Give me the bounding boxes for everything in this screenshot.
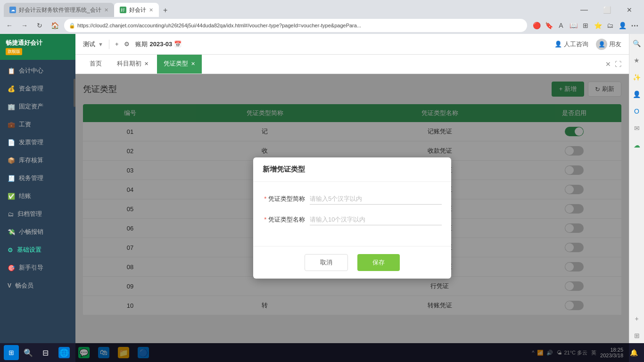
- task-view-button[interactable]: ⊟: [38, 345, 53, 360]
- tab-voucher-type[interactable]: 凭证类型 ✕: [157, 55, 202, 74]
- right-panel: 🔍 ★ ✨ 👤 O ✉ ☁ + ⊞ ⚙: [629, 34, 644, 362]
- sidebar-item-member[interactable]: V 畅会员: [0, 277, 72, 295]
- required-star-name: *: [264, 216, 268, 223]
- right-panel-email[interactable]: ✉: [631, 123, 643, 134]
- tab-subject[interactable]: 科目期初 ✕: [110, 55, 155, 74]
- sidebar-item-salary[interactable]: 💼 工资: [0, 115, 72, 133]
- restore-button[interactable]: ⬜: [596, 3, 618, 17]
- split-view-icon[interactable]: ⊞: [580, 20, 591, 31]
- right-panel-star[interactable]: ★: [631, 55, 643, 66]
- tab-minimize-button[interactable]: ✕: [605, 60, 611, 68]
- sidebar-item-archive[interactable]: 🗂 归档管理: [0, 205, 72, 223]
- dialog-overlay: 新增凭证类型 * 凭证类型简称: [75, 74, 629, 362]
- required-star-short: *: [264, 195, 268, 202]
- extensions-icon[interactable]: 🔴: [531, 20, 542, 31]
- sidebar-item-guide[interactable]: 🎯 新手引导: [0, 259, 72, 277]
- sidebar-item-finance[interactable]: 💰 资金管理: [0, 80, 72, 98]
- tab-cloud[interactable]: ☁ 好会计云财务软件管理系统_会计 ✕: [4, 3, 114, 17]
- short-label-text: 凭证类型简称: [268, 195, 305, 202]
- topbar-right: 👤 人工咨询 👤 用友: [554, 39, 621, 50]
- salary-icon: 💼: [8, 121, 15, 128]
- notification-button[interactable]: 🔔: [627, 346, 640, 359]
- browser-chrome: ☁ 好会计云财务软件管理系统_会计 ✕ 好 好会计 ✕ + — ⬜ ✕ ← → …: [0, 0, 644, 34]
- add-workspace-button[interactable]: +: [115, 41, 119, 48]
- sidebar-item-label-invoice: 发票管理: [19, 138, 43, 147]
- tab-expand-button[interactable]: ⛶: [615, 60, 621, 68]
- sidebar-item-label-inventory: 库存核算: [19, 156, 43, 165]
- dialog-body: * 凭证类型简称 * 凭证类型名称: [253, 182, 451, 246]
- new-tab-button[interactable]: +: [159, 4, 172, 17]
- favorites-icon[interactable]: ⭐: [592, 20, 603, 31]
- sidebar-item-expense[interactable]: 💸 小畅报销: [0, 223, 72, 241]
- sidebar-item-invoice[interactable]: 📄 发票管理: [0, 133, 72, 151]
- sidebar-item-label-expense: 小畅报销: [19, 228, 43, 236]
- short-input[interactable]: [310, 193, 442, 205]
- tab-voucher-close[interactable]: ✕: [191, 61, 195, 67]
- gear-icon: ⚙: [124, 41, 130, 48]
- tax-icon: 🧾: [8, 175, 15, 182]
- right-panel-user[interactable]: 👤: [631, 89, 643, 100]
- tab-icon-cloud: ☁: [9, 7, 16, 13]
- main-wrapper: 测试 ▼ + ⚙ 账期 2023-03 📅 👤 人工咨询: [75, 34, 629, 362]
- forward-button[interactable]: →: [19, 20, 30, 31]
- form-row-name: * 凭证类型名称: [263, 214, 442, 225]
- tab-close-cloud[interactable]: ✕: [104, 7, 108, 13]
- right-panel-cloud[interactable]: ☁: [631, 140, 643, 151]
- consultant-icon: 👤: [554, 41, 562, 48]
- dialog-header: 新增凭证类型: [253, 157, 451, 182]
- save-page-icon[interactable]: 🔖: [543, 20, 554, 31]
- sidebar-item-label-tax: 税务管理: [19, 174, 43, 182]
- start-button[interactable]: ⊞: [4, 345, 19, 360]
- refresh-button[interactable]: ↻: [34, 20, 45, 31]
- sidebar-scrollbar[interactable]: [72, 60, 75, 344]
- minimize-button[interactable]: —: [573, 3, 595, 17]
- close-button[interactable]: ✕: [619, 3, 640, 17]
- url-box[interactable]: 🔒 https://cloud2.chanjet.com/accounting/…: [64, 19, 527, 32]
- sidebar: 畅捷通好会计 旗舰版 📋 会计中心 💰 资金管理 🏢 固定资产: [0, 34, 75, 362]
- immersive-reader-icon[interactable]: 📖: [568, 20, 579, 31]
- settings-button[interactable]: ⚙: [124, 41, 130, 48]
- right-panel-outlook[interactable]: O: [631, 106, 643, 117]
- right-panel-search[interactable]: 🔍: [631, 38, 643, 49]
- tab-home[interactable]: 首页: [83, 55, 108, 74]
- tab-main[interactable]: 好 好会计 ✕: [114, 3, 159, 17]
- right-panel-grid[interactable]: ⊞: [631, 330, 643, 341]
- name-label-text: 凭证类型名称: [268, 216, 305, 223]
- right-panel-add[interactable]: +: [631, 313, 643, 324]
- sidebar-item-tax[interactable]: 🧾 税务管理: [0, 169, 72, 187]
- tab-voucher-label: 凭证类型: [164, 59, 188, 68]
- user-button[interactable]: 👤 用友: [596, 39, 621, 50]
- sidebar-item-settings[interactable]: ⚙ 基础设置: [0, 241, 72, 259]
- guide-icon: 🎯: [8, 264, 15, 272]
- user-label: 用友: [609, 40, 621, 49]
- save-button[interactable]: 保存: [357, 254, 400, 271]
- sidebar-item-checkout[interactable]: ✅ 结账: [0, 187, 72, 205]
- name-input[interactable]: [310, 214, 442, 225]
- period-info: 账期 2023-03 📅: [135, 40, 182, 49]
- topbar-divider-1: [109, 40, 109, 49]
- tab-subject-close[interactable]: ✕: [144, 61, 149, 67]
- assets-icon: 🏢: [8, 103, 15, 110]
- workspace-selector[interactable]: 测试 ▼: [83, 40, 103, 49]
- translate-icon[interactable]: A: [555, 20, 567, 31]
- period-label: 账期: [135, 40, 148, 49]
- collections-icon[interactable]: 🗂: [604, 20, 616, 31]
- add-icon: +: [115, 41, 119, 48]
- search-taskbar-button[interactable]: 🔍: [21, 345, 36, 360]
- sidebar-item-accounting[interactable]: 📋 会计中心: [0, 62, 72, 80]
- edge-icon: 🌐: [58, 347, 70, 358]
- profile-icon[interactable]: 👤: [617, 20, 628, 31]
- sidebar-item-assets[interactable]: 🏢 固定资产: [0, 98, 72, 115]
- invoice-icon: 📄: [8, 139, 15, 146]
- sidebar-header: 畅捷通好会计 旗舰版: [0, 34, 75, 60]
- back-button[interactable]: ←: [4, 20, 15, 31]
- home-button[interactable]: 🏠: [49, 20, 60, 31]
- calendar-icon[interactable]: 📅: [174, 41, 182, 48]
- right-panel-magic[interactable]: ✨: [631, 72, 643, 83]
- tab-close-main[interactable]: ✕: [149, 7, 153, 13]
- sidebar-item-inventory[interactable]: 📦 库存核算: [0, 151, 72, 169]
- cancel-button[interactable]: 取消: [305, 254, 348, 271]
- more-actions-icon[interactable]: ⋯: [629, 20, 640, 31]
- consultant-button[interactable]: 👤 人工咨询: [554, 40, 588, 49]
- taskbar-app-browser[interactable]: 🌐: [55, 344, 74, 361]
